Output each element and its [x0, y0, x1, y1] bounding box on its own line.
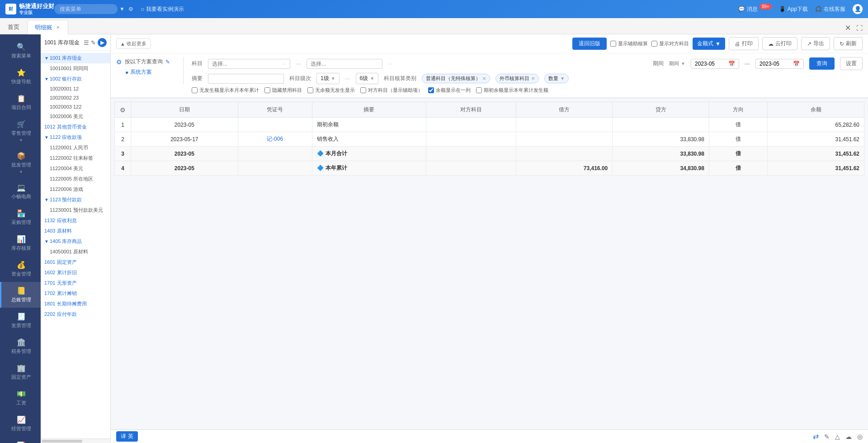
tree-item-1122[interactable]: ▼1122 应收款项	[41, 132, 110, 143]
tree-item-1602[interactable]: 1602 累计折旧	[41, 267, 110, 278]
user-menu-btn[interactable]: 👤	[853, 4, 863, 14]
sidebar-item-ecommerce[interactable]: 💻 小畅电商	[0, 179, 41, 205]
status-icon-2[interactable]: ✎	[824, 433, 830, 440]
sidebar-item-search[interactable]: 🔍 搜索菜单	[0, 38, 41, 64]
subject-to-input[interactable]	[311, 61, 378, 67]
online-service-btn[interactable]: 🎧 在线客服	[815, 5, 845, 13]
demo-link[interactable]: ○ 我要看实例演示	[141, 5, 184, 13]
tree-item-10020003[interactable]: 10020003 122	[41, 102, 110, 111]
show-aux-calc-input[interactable]	[610, 41, 616, 47]
status-translate-btn[interactable]: 译 英	[116, 431, 138, 442]
status-icon-3[interactable]: △	[835, 433, 840, 440]
cb-init-balance[interactable]: 期初余额显示本年累计发生额	[476, 87, 548, 94]
sidebar-item-ledger[interactable]: 📒 总账管理	[0, 282, 41, 308]
search-input[interactable]	[54, 4, 118, 14]
sidebar-item-mgmt[interactable]: 📈 经营管理	[0, 411, 41, 437]
show-aux-calc-checkbox[interactable]: 显示辅助核算	[610, 40, 648, 47]
cb-balance-one-col[interactable]: 余额显示在一列	[428, 87, 471, 94]
return-old-btn[interactable]: 退回旧版	[572, 38, 607, 50]
sidebar-item-purchase[interactable]: 🏪 采购管理	[0, 205, 41, 230]
cb-no-balance-input[interactable]	[192, 87, 198, 93]
tab-ledger[interactable]: 明细账 ✕	[27, 20, 68, 34]
tree-item-10020001[interactable]: 10020001 12	[41, 84, 110, 93]
account-search-btn[interactable]: ▶	[98, 38, 107, 47]
tag2-close-btn[interactable]: ✕	[531, 76, 535, 81]
subject-input[interactable]	[212, 61, 280, 67]
table-gear-icon[interactable]: ⚙	[120, 106, 126, 114]
tree-item-1403[interactable]: 1403 原材料	[41, 226, 110, 236]
sidebar-item-finance[interactable]: 💰 资金管理	[0, 256, 41, 282]
tree-item-1601[interactable]: 1601 固定资产	[41, 257, 110, 267]
search-chevron-icon[interactable]: ▼	[119, 6, 125, 12]
period-from-input[interactable]	[695, 61, 726, 67]
sidebar-item-project[interactable]: 📋 项目合同	[0, 90, 41, 115]
tree-item-1002[interactable]: ▼1002 银行存款	[41, 74, 110, 84]
window-expand-btn[interactable]: ⛶	[854, 23, 864, 33]
tab-home[interactable]: 首页	[0, 19, 27, 34]
sidebar-item-wholesale[interactable]: 📦 批发管理 ▼	[0, 147, 41, 179]
summary-input[interactable]	[208, 74, 284, 84]
status-icon-4[interactable]: ☁	[845, 433, 852, 440]
sidebar-item-invoice[interactable]: 🧾 发票管理	[0, 308, 41, 333]
cb-no-balance[interactable]: 无发生额显示本月本年累计	[192, 87, 259, 94]
tree-item-1132[interactable]: 1132 应收利息	[41, 215, 110, 226]
cloud-print-btn[interactable]: ☁ 云打印	[762, 37, 797, 50]
edit-icon[interactable]: ✎	[91, 39, 96, 46]
tree-item-11220002[interactable]: 11220002 往来标签	[41, 153, 110, 163]
setting-btn[interactable]: 设置	[840, 57, 863, 70]
tag1-close-btn[interactable]: ✕	[482, 76, 486, 81]
show-opposite-subject-input[interactable]	[651, 41, 657, 47]
cb-init-balance-input[interactable]	[476, 87, 482, 93]
settings-icon[interactable]: ⚙	[128, 6, 133, 12]
cb-balance-one-col-input[interactable]	[428, 87, 434, 93]
tree-item-1123[interactable]: ▼1123 预付款款	[41, 195, 110, 205]
tree-item-10020006[interactable]: 10020006 美元	[41, 111, 110, 122]
tree-item-10010001[interactable]: 10010001 同同同	[41, 63, 110, 74]
sidebar-item-retail[interactable]: 🛒 零售管理 ▼	[0, 115, 41, 147]
refresh-btn[interactable]: ↻ 刷新	[834, 37, 863, 50]
tree-item-11230001[interactable]: 11230001 预付款款美元	[41, 205, 110, 215]
amount-mode-btn[interactable]: 金额式 ▼	[693, 38, 725, 50]
tree-item-11220005[interactable]: 11220005 所在地区	[41, 174, 110, 184]
status-icon-5[interactable]: ◎	[857, 433, 863, 440]
export-btn[interactable]: ↗ 导出	[801, 37, 830, 50]
tree-item-1001[interactable]: ▼1001 库存现金	[41, 53, 110, 63]
system-scheme-btn[interactable]: 系统方案	[130, 68, 152, 76]
cb-hide-disabled[interactable]: 隐藏禁用科目	[264, 87, 302, 94]
window-close-btn[interactable]: ✕	[843, 22, 853, 34]
sidebar-item-expense[interactable]: 📝 小畅报销	[0, 437, 41, 443]
scheme-edit-icon[interactable]: ✎	[165, 59, 170, 65]
cb-opposite-subject[interactable]: 对方科目（显示辅助项）	[360, 87, 423, 94]
status-icon-1[interactable]: ⇄	[813, 432, 819, 441]
tree-item-2202[interactable]: 2202 应付年款	[41, 309, 110, 319]
tree-item-11220006[interactable]: 11220006 游戏	[41, 184, 110, 195]
sidebar-item-assets[interactable]: 🏢 固定资产	[0, 359, 41, 385]
sidebar-item-salary[interactable]: 💵 工资	[0, 385, 41, 411]
period-to-input[interactable]	[760, 61, 791, 67]
sidebar-item-inventory[interactable]: 📊 库存核算	[0, 230, 41, 256]
tree-item-11220004[interactable]: 11220004 美元	[41, 163, 110, 174]
tree-item-1405[interactable]: ▼1405 库存商品	[41, 236, 110, 247]
tree-item-10020002[interactable]: 10020002 23	[41, 93, 110, 102]
message-btn[interactable]: 💬 消息 99+	[738, 5, 772, 13]
tree-item-1702[interactable]: 1702 累计摊销	[41, 288, 110, 299]
h-scrollbar[interactable]	[41, 438, 110, 443]
tab-close-btn[interactable]: ✕	[55, 24, 61, 31]
voucher-link-2[interactable]: 记-006	[267, 136, 283, 142]
print-btn[interactable]: 🖨 打印	[729, 37, 759, 50]
tree-item-1701[interactable]: 1701 无形资产	[41, 278, 110, 288]
tree-item-11220001[interactable]: 11220001 人民币	[41, 143, 110, 153]
cb-no-balance-show[interactable]: 无余额无发生显示	[307, 87, 355, 94]
cb-hide-disabled-input[interactable]	[264, 87, 270, 93]
tree-item-1801[interactable]: 1801 长期待摊费用	[41, 299, 110, 309]
sidebar-item-tax[interactable]: 🏛️ 税务管理	[0, 333, 41, 359]
show-opposite-subject-checkbox[interactable]: 显示对方科目	[651, 40, 689, 47]
cb-no-balance-show-input[interactable]	[307, 87, 313, 93]
app-download-btn[interactable]: 📱 App下载	[779, 5, 808, 13]
list-view-icon[interactable]: ☰	[84, 39, 89, 46]
tree-item-14050001[interactable]: 14050001 原材料	[41, 247, 110, 257]
sidebar-item-quicknav[interactable]: ⭐ 快捷导航	[0, 64, 41, 90]
cb-opposite-subject-input[interactable]	[360, 87, 366, 93]
expand-more-btn[interactable]: ▲ 收起更多	[116, 38, 151, 49]
tree-item-1012[interactable]: 1012 其他货币资金	[41, 122, 110, 132]
